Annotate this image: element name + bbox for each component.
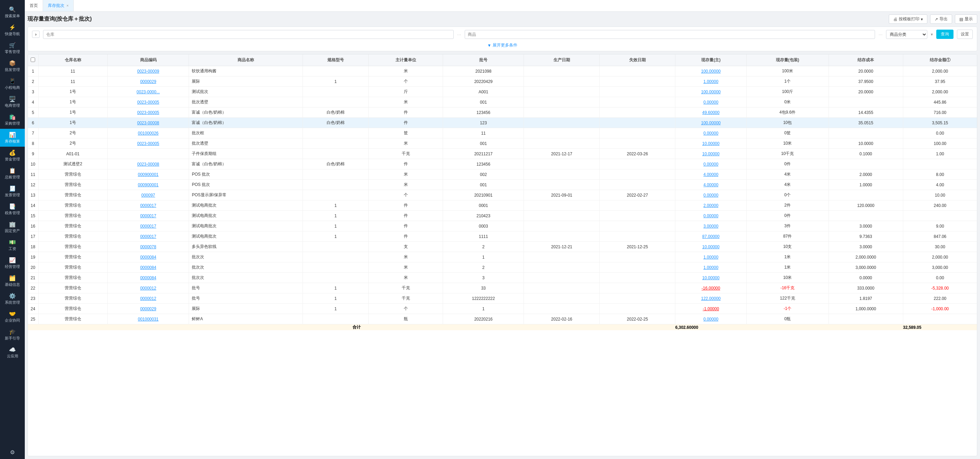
sidebar-label-hr: 工资 <box>9 246 16 251</box>
select-all-checkbox[interactable] <box>31 57 35 62</box>
mini-ecom-icon: 📱 <box>9 78 16 84</box>
export-icon: ↗ <box>935 17 938 22</box>
print-button[interactable]: 🖨 按模板打印 ▾ <box>889 14 928 24</box>
table-row: 23 营营综仓 0000012 批号 1 千克 1222222222 122.0… <box>28 293 977 304</box>
table-row: 18 营营综仓 0000078 多头异色软线 支 2 2021-12-21 20… <box>28 242 977 252</box>
col-batch: 批号 <box>443 54 524 66</box>
retail-icon: 🛒 <box>9 42 16 49</box>
table-row: 12 营营综仓 000900001 POS 批次 米 001 4.00000 4… <box>28 180 977 190</box>
tab-inventory-batch[interactable]: 库存批次 × <box>43 0 74 11</box>
col-code: 商品编码 <box>107 54 189 66</box>
sidebar-item-system[interactable]: ⚙️ 系统管理 <box>0 290 25 308</box>
sidebar: 🔍 搜索菜单 ⚡ 快捷导航 🛒 零售管理 📦 批发管理 📱 小程电商 🖥️ 电商… <box>0 0 25 459</box>
sidebar-item-collab[interactable]: 🤝 企业协同 <box>0 308 25 326</box>
sidebar-item-guide[interactable]: 🎓 新手引导 <box>0 326 25 344</box>
tab-inventory-batch-label: 库存批次 <box>48 3 64 9</box>
sidebar-label-inventory: 库存核算 <box>5 139 20 144</box>
filter-expand-left-button[interactable]: › <box>32 31 40 38</box>
sidebar-label-retail: 零售管理 <box>5 49 20 54</box>
table-row: 7 2号 001000026 批次框 筐 11 0.00000 0筐 0.00 <box>28 128 977 139</box>
display-button[interactable]: ▤ 显示 <box>955 14 977 24</box>
category-select[interactable]: 商品分类 <box>886 30 928 39</box>
main-area: 首页 库存批次 × 现存量查询(按仓库＋批次) 🖨 按模板打印 ▾ ↗ 导出 <box>25 0 980 459</box>
top-tabs: 首页 库存批次 × <box>25 0 980 12</box>
page-header: 现存量查询(按仓库＋批次) 🖨 按模板打印 ▾ ↗ 导出 ▤ 显示 <box>27 14 977 24</box>
sidebar-label-invoice: 发票管理 <box>5 193 20 198</box>
sidebar-item-purchase[interactable]: 🛍️ 采购管理 <box>0 111 25 129</box>
sidebar-label-cloud: 云应用 <box>7 354 18 359</box>
table-row: 1 11 0023-00009 软饮通用枸酱 米 2021098 100.000… <box>28 66 977 76</box>
ops-icon: 📈 <box>9 257 16 263</box>
guide-icon: 🎓 <box>9 328 16 335</box>
sidebar-label-quick-nav: 快捷导航 <box>5 31 20 37</box>
sidebar-item-finance[interactable]: 💰 资金管理 <box>0 147 25 164</box>
sidebar-item-ecom[interactable]: 🖥️ 电商管理 <box>0 93 25 111</box>
tab-home[interactable]: 首页 <box>25 0 43 11</box>
sidebar-label-system: 系统管理 <box>5 300 20 305</box>
sidebar-item-summary[interactable]: 📋 总账管理 <box>0 164 25 183</box>
col-prod-date: 生产日期 <box>524 54 600 66</box>
sidebar-item-tax[interactable]: 📑 税务管理 <box>0 201 25 218</box>
filter-row-1: › ··· ··· 商品分类 ▾ 查询 设置 <box>32 30 973 39</box>
sidebar-item-mini-ecom[interactable]: 📱 小程电商 <box>0 75 25 93</box>
page-title: 现存量查询(按仓库＋批次) <box>27 16 92 23</box>
sidebar-label-wholesale: 批发管理 <box>5 67 20 72</box>
export-button[interactable]: ↗ 导出 <box>930 14 952 24</box>
warehouse-input[interactable] <box>43 30 454 39</box>
sidebar-label-mini-ecom: 小程电商 <box>5 85 20 90</box>
sidebar-item-invoice[interactable]: 🧾 发票管理 <box>0 183 25 201</box>
col-qty-main: 现存量(主) <box>675 54 747 66</box>
search-button[interactable]: 查询 <box>936 30 953 39</box>
table-row: 20 营营综仓 0000084 批次次 米 2 1.00000 1米 3,000… <box>28 262 977 273</box>
col-amount: 结存金额① <box>903 54 977 66</box>
product-input[interactable] <box>465 30 875 39</box>
table-row: 11 营营综仓 000900001 POS 批次 米 002 4.00000 4… <box>28 169 977 180</box>
tab-close-button[interactable]: × <box>67 4 68 8</box>
footer-qty-total: 6,302.60000 <box>675 324 747 331</box>
ecom-icon: 🖥️ <box>9 96 16 102</box>
table-row: 3 1号 0023-0000... 测试批次 斤 A001 100.00000 … <box>28 87 977 97</box>
sidebar-item-retail[interactable]: 🛒 零售管理 <box>0 39 25 57</box>
filter-area: › ··· ··· 商品分类 ▾ 查询 设置 ▼ 展开更多条件 <box>27 27 977 51</box>
expand-icon: ▼ <box>487 43 492 48</box>
expand-btn[interactable]: ▼ 展开更多条件 <box>487 42 518 48</box>
table-header-row: 仓库名称 商品编码 商品名称 规格型号 主计量单位 批号 生产日期 失效日期 现… <box>28 54 977 66</box>
table-footer-row: 合计 6,302.60000 32,589.05 <box>28 324 977 331</box>
sidebar-item-fixed-assets[interactable]: 🏢 固定资产 <box>0 218 25 236</box>
table-body: 1 11 0023-00009 软饮通用枸酱 米 2021098 100.000… <box>28 66 977 324</box>
table-row: 22 营营综仓 0000012 批号 1 千克 33 -16.00000 -16… <box>28 283 977 293</box>
table-row: 24 营营综仓 0000029 展际 1 个 1 -1.00000 -1个 1,… <box>28 304 977 314</box>
table-row: 6 1号 0023-00008 富诚（白色/奶棉） 白色/奶棉 件 123 10… <box>28 118 977 128</box>
quick-nav-icon: ⚡ <box>9 24 16 31</box>
finance-icon: 💰 <box>9 150 16 156</box>
sidebar-item-quick-nav[interactable]: ⚡ 快捷导航 <box>0 21 25 39</box>
sidebar-item-wholesale[interactable]: 📦 批发管理 <box>0 57 25 75</box>
sidebar-item-basic[interactable]: 🗂️ 基础信息 <box>0 272 25 290</box>
hr-icon: 💵 <box>9 239 16 245</box>
table-row: 16 营营综仓 0000017 测试电商批次 1 件 0003 3.00000 … <box>28 221 977 231</box>
invoice-icon: 🧾 <box>9 185 16 192</box>
setting-button[interactable]: 设置 <box>957 30 973 39</box>
sidebar-item-inventory[interactable]: 📊 库存核算 <box>0 129 25 147</box>
table-row: 25 营营综仓 001000031 鲜鲆A 瓶 20220216 2022-02… <box>28 314 977 324</box>
collab-icon: 🤝 <box>9 311 16 317</box>
sidebar-item-hr[interactable]: 💵 工资 <box>0 236 25 254</box>
sidebar-gear-button[interactable]: ⚙ <box>0 446 25 459</box>
sidebar-label-collab: 企业协同 <box>5 318 20 323</box>
sidebar-label-finance: 资金管理 <box>5 157 20 162</box>
col-checkbox <box>28 54 38 66</box>
col-warehouse: 仓库名称 <box>38 54 107 66</box>
inventory-icon: 📊 <box>9 132 16 138</box>
sidebar-item-ops[interactable]: 📈 经营管理 <box>0 254 25 272</box>
table-row: 14 营营综仓 0000017 测试电商批次 1 件 0001 2.00000 … <box>28 201 977 211</box>
basic-icon: 🗂️ <box>9 275 16 281</box>
sidebar-label-basic: 基础信息 <box>5 282 20 287</box>
table-row: 4 1号 0023-00005 批次透壁 米 001 0.00000 0米 44… <box>28 97 977 107</box>
table-row: 19 营营综仓 0000084 批次次 米 1 1.00000 1米 2,000… <box>28 252 977 262</box>
col-name: 商品名称 <box>189 54 302 66</box>
table-row: 13 营营综仓 000097 POS显示屏/保异常 个 20210901 202… <box>28 190 977 201</box>
sidebar-item-search[interactable]: 🔍 搜索菜单 <box>0 3 25 21</box>
col-unit: 主计量单位 <box>369 54 443 66</box>
sidebar-item-cloud[interactable]: ☁️ 云应用 <box>0 344 25 362</box>
expand-conditions: ▼ 展开更多条件 <box>32 41 973 48</box>
